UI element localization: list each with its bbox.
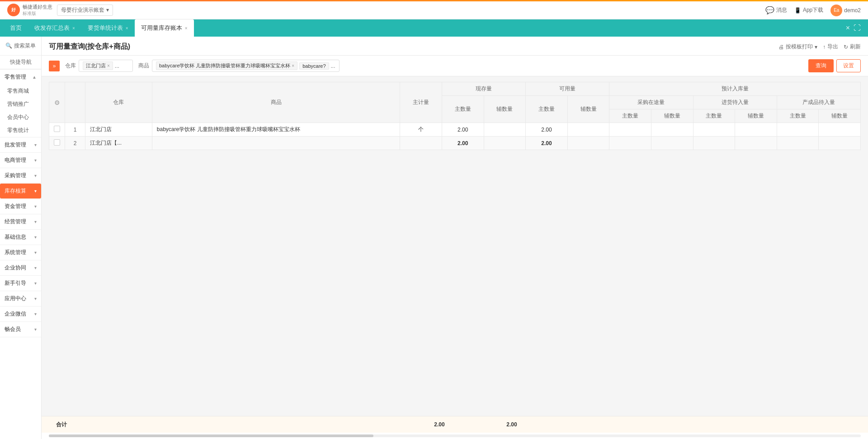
th-purchase-aux: 辅数量 <box>651 109 693 123</box>
cell-purchase-main <box>609 137 651 150</box>
cell-main-unit <box>400 137 442 150</box>
sidebar-group-system: 系统管理 ▾ <box>0 245 41 260</box>
fullscreen-icon[interactable]: ⛶ <box>854 24 861 32</box>
sidebar-group-finance-header[interactable]: 资金管理 ▾ <box>0 199 41 214</box>
sidebar-group-guide-header[interactable]: 新手引导 ▾ <box>0 276 41 291</box>
th-settings: ⚙ <box>49 82 65 123</box>
scroll-track[interactable] <box>49 434 861 437</box>
message-icon: 💬 <box>765 6 774 14</box>
th-production-main: 主数量 <box>777 109 819 123</box>
sidebar-group-wholesale: 批发管理 ▾ <box>0 137 41 153</box>
gear-icon[interactable]: ⚙ <box>54 99 60 106</box>
tab-available-stock[interactable]: 可用量库存账本 × <box>135 19 194 37</box>
sidebar-group-purchase-header[interactable]: 采购管理 ▾ <box>0 168 41 183</box>
filter-expand-btn[interactable]: » <box>49 61 60 71</box>
tab-actions: × ⛶ <box>846 24 864 32</box>
tab-home[interactable]: 首页 <box>4 19 28 37</box>
sidebar-group-ecommerce-header[interactable]: 电商管理 ▾ <box>0 153 41 168</box>
summary-current-main: 2.00 <box>421 421 458 428</box>
sidebar-group-system-label: 系统管理 <box>5 249 26 256</box>
sidebar-group-finance: 资金管理 ▾ <box>0 199 41 214</box>
sidebar-item-retail-mall[interactable]: 零售商城 <box>0 85 41 98</box>
cell-purchase-aux <box>651 123 693 137</box>
sidebar-item-marketing[interactable]: 营销推广 <box>0 98 41 111</box>
message-btn[interactable]: 💬 消息 <box>765 6 787 14</box>
warehouse-tag-remove[interactable]: × <box>107 63 110 68</box>
close-all-tabs-icon[interactable]: × <box>846 24 850 32</box>
brand-text: 畅捷通好生意 标准版 <box>23 4 52 16</box>
top-bar: 好 畅捷通好生意 标准版 母婴行业演示账套 ▾ 💬 消息 📱 App下载 Ea … <box>0 1 868 19</box>
avatar: Ea <box>830 5 842 16</box>
th-planned-in: 预计入库量 <box>609 82 861 96</box>
refresh-btn[interactable]: ↻ 刷新 <box>844 43 861 51</box>
sidebar-group-basic-label: 基础信息 <box>5 233 26 241</box>
tab-income-expense[interactable]: 收发存汇总表 × <box>28 19 81 37</box>
sidebar-item-member-center[interactable]: 会员中心 <box>0 111 41 124</box>
print-btn[interactable]: 🖨 按模板打印 ▾ <box>778 43 817 51</box>
sidebar-group-inventory-header[interactable]: 库存核算 ▾ <box>0 184 41 198</box>
row-checkbox[interactable] <box>54 126 60 132</box>
product-tag-2: babycare? <box>299 62 329 70</box>
phone-icon: 📱 <box>794 7 801 14</box>
user-profile[interactable]: Ea demo2 <box>830 5 861 16</box>
sidebar-group-enterprise-header[interactable]: 企业协同 ▾ <box>0 260 41 275</box>
sidebar-group-ecommerce-label: 电商管理 <box>5 156 26 164</box>
sidebar-item-retail-stats[interactable]: 零售统计 <box>0 124 41 137</box>
product-tag-1-remove[interactable]: × <box>292 63 294 68</box>
row-checkbox[interactable] <box>54 139 60 146</box>
warehouse-input[interactable]: 江北门店 × ... <box>79 60 133 72</box>
sidebar-group-operation-header[interactable]: 经营管理 ▾ <box>0 214 41 229</box>
warehouse-tag: 江北门店 × <box>83 61 113 70</box>
sidebar-group-wholesale-header[interactable]: 批发管理 ▾ <box>0 137 41 152</box>
cell-checkbox[interactable] <box>49 137 65 150</box>
sidebar-group-retail-label: 零售管理 <box>5 73 26 81</box>
data-table: ⚙ 仓库 商品 主计量 现存量 可用量 预计入库量 主数量 辅数量 主数量 <box>49 82 861 150</box>
settings-button[interactable]: 设置 <box>836 59 861 72</box>
sidebar-quick-nav: 快捷导航 <box>0 56 41 70</box>
sidebar-group-appcenter-header[interactable]: 应用中心 ▾ <box>0 291 41 306</box>
close-icon[interactable]: × <box>72 26 75 31</box>
export-btn[interactable]: ↑ 导出 <box>823 43 838 51</box>
close-icon[interactable]: × <box>126 26 128 31</box>
product-filter: 商品 babycare学饮杯 儿童防摔防撞吸管杯重力球吸嘴杯宝宝水杯 × bab… <box>138 60 340 72</box>
export-icon: ↑ <box>823 44 826 50</box>
chevron-up-icon: ▲ <box>32 75 37 80</box>
th-incoming-main: 主数量 <box>693 109 735 123</box>
scroll-thumb[interactable] <box>49 434 373 437</box>
product-input[interactable]: babycare学饮杯 儿童防摔防撞吸管杯重力球吸嘴杯宝宝水杯 × babyca… <box>152 60 340 72</box>
quick-nav-btn[interactable]: 快捷导航 <box>0 56 41 69</box>
th-product: 商品 <box>152 82 400 123</box>
sidebar-group-member-header[interactable]: 畅会员 ▾ <box>0 322 41 337</box>
sidebar-search-area: 🔍 搜索菜单 <box>0 37 41 56</box>
search-menu-btn[interactable]: 🔍 搜索菜单 <box>4 40 38 52</box>
warehouse-ellipsis[interactable]: ... <box>115 63 119 69</box>
sidebar-group-purchase: 采购管理 ▾ <box>0 168 41 184</box>
cell-production-main <box>777 123 819 137</box>
cell-checkbox[interactable] <box>49 123 65 137</box>
sidebar-group-wechat-header[interactable]: 企业微信 ▾ <box>0 307 41 321</box>
th-index <box>65 82 85 123</box>
product-tag-1-value: babycare学饮杯 儿童防摔防撞吸管杯重力球吸嘴杯宝宝水杯 <box>159 62 290 69</box>
query-button[interactable]: 查询 <box>808 59 834 72</box>
tab-order-stats[interactable]: 要货单统计表 × <box>81 19 135 37</box>
table-row: 2 江北门店【... 2.00 2.00 <box>49 137 861 150</box>
app-download-btn[interactable]: 📱 App下载 <box>794 6 823 14</box>
sidebar: 🔍 搜索菜单 快捷导航 零售管理 ▲ 零售商城 营销推广 会员中心 <box>0 37 42 439</box>
th-available-aux: 辅数量 <box>567 96 609 123</box>
industry-selector[interactable]: 母婴行业演示账套 ▾ <box>57 5 113 16</box>
sidebar-group-wechat-label: 企业微信 <box>5 310 26 318</box>
cell-product <box>152 137 400 150</box>
brand-sub: 标准版 <box>23 10 52 17</box>
sidebar-group-retail-header[interactable]: 零售管理 ▲ <box>0 70 41 85</box>
sidebar-group-system-header[interactable]: 系统管理 ▾ <box>0 245 41 260</box>
cell-index: 2 <box>65 137 85 150</box>
nav-tabs: 首页 收发存汇总表 × 要货单统计表 × 可用量库存账本 × × ⛶ <box>0 19 868 37</box>
chevron-down-icon: ▾ <box>34 265 37 270</box>
summary-available-main: 2.00 <box>494 421 530 428</box>
close-icon[interactable]: × <box>185 26 188 31</box>
cell-available-main: 2.00 <box>526 123 568 137</box>
sidebar-group-basic-header[interactable]: 基础信息 ▾ <box>0 230 41 245</box>
product-ellipsis[interactable]: ... <box>331 63 335 69</box>
cell-incoming-main <box>693 137 735 150</box>
chevron-down-icon: ▾ <box>106 7 109 13</box>
